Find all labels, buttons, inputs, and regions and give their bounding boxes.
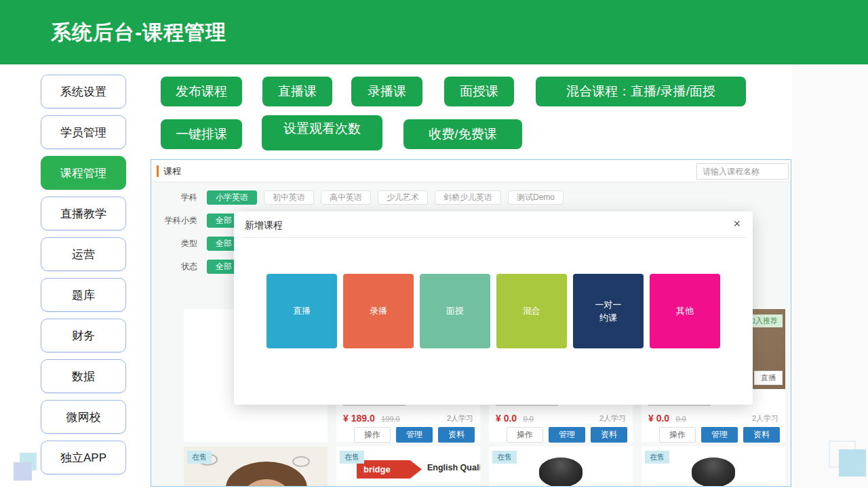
filter-row-subject: 学科 小学英语 初中英语 高中英语 少儿艺术 剑桥少儿英语 测试Demo — [151, 189, 564, 205]
price-row: ¥ 189.0 199.0 2人学习 — [343, 412, 473, 424]
course-price: ¥ 0.0 — [496, 413, 517, 424]
tile-live[interactable]: 直播 — [267, 274, 337, 348]
filter-label: 类型 — [151, 238, 197, 249]
students-count: 2人学习 — [599, 413, 626, 424]
close-icon[interactable]: × — [733, 218, 741, 230]
tile-label-line2: 约课 — [599, 311, 617, 325]
panel-header: 课程 — [151, 160, 791, 182]
cambridge-logo: bridge — [357, 460, 422, 479]
app-header: 系统后台-课程管理 — [0, 0, 868, 64]
students-count: 2人学习 — [752, 413, 778, 424]
filter-tag-test-demo[interactable]: 测试Demo — [508, 190, 564, 205]
original-price: 199.0 — [381, 415, 400, 423]
original-price: 0.0 — [676, 415, 686, 423]
course-price: ¥ 189.0 — [343, 413, 375, 424]
filter-tag-primary-english[interactable]: 小学英语 — [207, 190, 257, 205]
on-sale-badge: 在售 — [187, 451, 212, 464]
panel-title: 课程 — [163, 160, 181, 182]
filter-tag-senior-english[interactable]: 高中英语 — [321, 190, 371, 205]
on-sale-badge: 在售 — [340, 451, 364, 464]
modal-title: 新增课程 — [245, 220, 283, 232]
material-button[interactable]: 资料 — [438, 427, 475, 443]
sidebar-item-standalone-app[interactable]: 独立APP — [41, 441, 126, 474]
tile-one-on-one[interactable]: 一对一 约课 — [573, 274, 644, 348]
tile-recorded[interactable]: 录播 — [343, 274, 414, 348]
filter-row-type: 类型 全部 — [151, 235, 241, 251]
sidebar-item-live-teaching[interactable]: 直播教学 — [41, 197, 126, 230]
page-title: 系统后台-课程管理 — [51, 0, 226, 64]
pill-live-course[interactable]: 直播课 — [262, 77, 332, 106]
tile-other[interactable]: 其他 — [650, 274, 720, 348]
sidebar-item-question-bank[interactable]: 题库 — [41, 278, 126, 312]
pill-offline-course[interactable]: 面授课 — [444, 77, 514, 106]
tile-label: 混合 — [523, 304, 540, 318]
sidebar-item-student-management[interactable]: 学员管理 — [41, 115, 126, 149]
pill-recorded-course[interactable]: 录播课 — [351, 77, 422, 106]
material-button[interactable]: 资料 — [591, 427, 627, 443]
right-background — [792, 64, 868, 488]
filter-label: 学科小类 — [151, 215, 197, 226]
filter-row-subcategory: 学科小类 全部 — [151, 212, 241, 228]
cambridge-title: English Qualifications — [427, 463, 480, 472]
sidebar-item-micro-school[interactable]: 微网校 — [41, 400, 126, 434]
corner-decoration — [839, 449, 866, 476]
tile-label: 面授 — [446, 304, 464, 318]
new-course-modal: 新增课程 × 直播 录播 面授 混合 一对一 约课 其他 — [234, 211, 753, 405]
course-type-badge: 直播 — [754, 371, 783, 385]
tile-offline[interactable]: 面授 — [420, 274, 490, 348]
price-row: ¥ 0.0 0.0 2人学习 — [496, 412, 626, 424]
filter-tag-children-art[interactable]: 少儿艺术 — [378, 190, 428, 205]
sidebar-item-course-management[interactable]: 课程管理 — [41, 156, 126, 190]
pill-mixed-course[interactable]: 混合课程：直播/录播/面授 — [536, 77, 746, 106]
sidebar-item-data[interactable]: 数据 — [41, 359, 126, 393]
course-thumbnail-card[interactable]: 在售 — [489, 447, 633, 487]
price-row: ¥ 0.0 0.0 2人学习 — [648, 412, 778, 424]
course-thumbnail-card[interactable]: 在售 bridge English Qualifications — [336, 447, 480, 487]
filter-label: 学科 — [151, 192, 197, 203]
tile-mixed[interactable]: 混合 — [496, 274, 567, 348]
tile-label: 直播 — [293, 304, 311, 318]
filter-tag-junior-english[interactable]: 初中英语 — [264, 190, 314, 205]
sidebar-item-finance[interactable]: 财务 — [41, 319, 126, 352]
course-type-tiles: 直播 录播 面授 混合 一对一 约课 其他 — [267, 274, 720, 348]
filter-row-status: 状态 全部 — [151, 258, 241, 274]
operate-button[interactable]: 操作 — [659, 427, 696, 443]
operate-button[interactable]: 操作 — [507, 427, 543, 443]
modal-divider — [241, 237, 746, 238]
students-count: 2人学习 — [447, 413, 473, 424]
filter-tag-cambridge-english[interactable]: 剑桥少儿英语 — [435, 190, 501, 205]
globe-base-photo — [692, 458, 735, 487]
material-button[interactable]: 资料 — [743, 427, 780, 443]
corner-decoration — [14, 462, 32, 481]
operate-button[interactable]: 操作 — [354, 427, 391, 443]
sidebar-item-system-settings[interactable]: 系统设置 — [41, 75, 126, 108]
sidebar-item-operations[interactable]: 运营 — [41, 237, 126, 271]
manage-button[interactable]: 管理 — [549, 427, 585, 443]
original-price: 0.0 — [524, 415, 534, 423]
search-input[interactable] — [696, 163, 789, 180]
pill-publish-course[interactable]: 发布课程 — [161, 77, 242, 106]
course-price: ¥ 0.0 — [648, 413, 669, 424]
tile-label: 其他 — [676, 304, 694, 318]
manage-button[interactable]: 管理 — [396, 427, 433, 443]
manage-button[interactable]: 管理 — [701, 427, 738, 443]
pill-paid-free-course[interactable]: 收费/免费课 — [403, 119, 522, 149]
tile-label-line1: 一对一 — [595, 298, 622, 312]
globe-base-photo — [539, 458, 583, 487]
pill-one-click-schedule[interactable]: 一键排课 — [161, 119, 242, 149]
filter-tags: 小学英语 初中英语 高中英语 少儿艺术 剑桥少儿英语 测试Demo — [207, 190, 564, 205]
tile-label: 录播 — [370, 304, 387, 318]
panel-accent-bar — [157, 165, 159, 177]
pill-set-view-count[interactable]: 设置观看次数 — [262, 115, 382, 150]
course-thumbnail-card[interactable]: 在售 — [642, 447, 785, 487]
on-sale-badge: 在售 — [645, 451, 669, 464]
filter-label: 状态 — [151, 261, 197, 272]
course-thumbnail-card[interactable]: 在售 — [184, 447, 328, 487]
on-sale-badge: 在售 — [492, 451, 517, 464]
